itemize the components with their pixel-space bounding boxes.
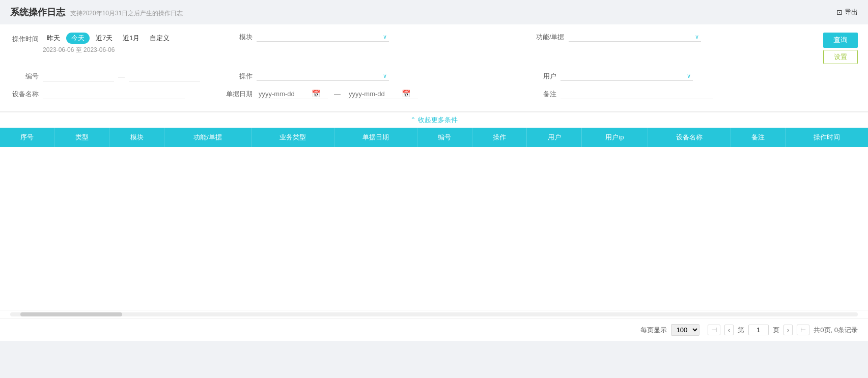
page-subtitle: 支持2020年10月31日之后产生的操作日志: [70, 9, 183, 18]
last-page-button[interactable]: ⊢: [797, 325, 809, 335]
module-label: 模块: [224, 33, 253, 42]
export-label: 导出: [845, 8, 858, 17]
col-docdate: 单据日期: [334, 128, 417, 147]
filter-panel: 操作时间 昨天 今天 近7天 近1月 自定义 2023-06-06 至 2023…: [0, 24, 868, 112]
col-device: 设备名称: [648, 128, 731, 147]
col-userip: 用户ip: [582, 128, 648, 147]
title-area: 系统操作日志 支持2020年10月31日之后产生的操作日志: [10, 6, 183, 18]
page-number-input[interactable]: [748, 325, 769, 335]
collapse-label: 收起更多条件: [418, 116, 458, 124]
action-buttons-group: 查询 设置: [823, 33, 858, 64]
device-input[interactable]: [43, 89, 185, 99]
col-user: 用户: [527, 128, 582, 147]
function-label: 功能/单据: [529, 33, 565, 42]
number-from-input[interactable]: [43, 71, 114, 81]
time-range-display: 2023-06-06 至 2023-06-06: [43, 46, 174, 54]
number-label: 编号: [10, 72, 39, 81]
page-suffix: 页: [773, 326, 779, 335]
col-type: 类型: [54, 128, 109, 147]
time-btn-last7[interactable]: 近7天: [92, 33, 117, 44]
remark-input[interactable]: [561, 89, 713, 99]
time-filter-label: 操作时间: [10, 35, 39, 44]
next-page-button[interactable]: ›: [783, 325, 793, 335]
prev-page-button[interactable]: ‹: [724, 325, 734, 335]
date-to-input[interactable]: [349, 90, 400, 98]
collapse-bar[interactable]: ⌃ 收起更多条件: [0, 112, 868, 128]
scroll-track[interactable]: [10, 312, 858, 316]
col-remark: 备注: [731, 128, 786, 147]
page-label: 第: [738, 326, 744, 335]
function-chevron-icon: ∨: [695, 34, 699, 40]
page-total-label: 共0页, 0条记录: [814, 326, 858, 335]
page-header: 系统操作日志 支持2020年10月31日之后产生的操作日志 ⊡ 导出: [0, 0, 868, 24]
table-header-row: 序号 类型 模块 功能/单据 业务类型 单据日期 编号 操作 用户 用户ip 设…: [0, 128, 868, 147]
operation-select[interactable]: ∨: [257, 72, 389, 81]
operation-chevron-icon: ∨: [383, 73, 387, 79]
time-btn-custom[interactable]: 自定义: [146, 33, 174, 44]
col-function: 功能/单据: [164, 128, 251, 147]
date-from-input[interactable]: [259, 90, 310, 98]
data-table: 序号 类型 模块 功能/单据 业务类型 单据日期 编号 操作 用户 用户ip 设…: [0, 128, 868, 147]
settings-button[interactable]: 设置: [823, 50, 858, 64]
number-to-input[interactable]: [129, 71, 200, 81]
table-container: 序号 类型 模块 功能/单据 业务类型 单据日期 编号 操作 用户 用户ip 设…: [0, 128, 868, 147]
remark-label: 备注: [521, 90, 556, 99]
operation-label: 操作: [224, 72, 253, 81]
col-biztype: 业务类型: [251, 128, 334, 147]
pagination-bar: 每页显示 100 50 200 ⊣ ‹ 第 页 › ⊢ 共0页, 0条记录: [0, 318, 868, 341]
col-number: 编号: [417, 128, 472, 147]
scroll-thumb[interactable]: [20, 312, 122, 316]
empty-area: [0, 147, 868, 310]
date-label: 单据日期: [224, 90, 253, 99]
function-select[interactable]: ∨: [569, 33, 701, 42]
date-from-wrap[interactable]: 📅: [257, 89, 328, 99]
user-label: 用户: [521, 72, 556, 81]
export-button[interactable]: ⊡ 导出: [836, 8, 858, 17]
col-operation: 操作: [472, 128, 527, 147]
page-title: 系统操作日志: [10, 6, 65, 18]
user-chevron-icon: ∨: [687, 73, 691, 79]
module-chevron-icon: ∨: [383, 34, 387, 40]
module-select[interactable]: ∨: [257, 33, 389, 42]
time-btn-last1month[interactable]: 近1月: [119, 33, 144, 44]
number-dash: —: [118, 73, 125, 80]
collapse-icon: ⌃: [410, 116, 416, 124]
export-icon: ⊡: [836, 8, 843, 16]
col-optime: 操作时间: [786, 128, 868, 147]
col-seq: 序号: [0, 128, 54, 147]
col-module: 模块: [109, 128, 164, 147]
per-page-label: 每页显示: [640, 326, 667, 335]
scrollbar-area: [0, 310, 868, 318]
user-select[interactable]: ∨: [561, 72, 693, 81]
calendar-to-icon[interactable]: 📅: [402, 90, 410, 98]
date-to-wrap[interactable]: 📅: [347, 89, 418, 99]
time-btn-yesterday[interactable]: 昨天: [43, 33, 64, 44]
page-size-select[interactable]: 100 50 200: [671, 324, 699, 336]
time-options-group: 昨天 今天 近7天 近1月 自定义 2023-06-06 至 2023-06-0…: [43, 33, 174, 54]
time-btn-today[interactable]: 今天: [66, 33, 90, 44]
calendar-from-icon[interactable]: 📅: [312, 90, 320, 98]
device-label: 设备名称: [10, 90, 39, 99]
query-button[interactable]: 查询: [823, 33, 858, 48]
first-page-button[interactable]: ⊣: [708, 325, 720, 335]
date-dash: —: [334, 90, 341, 98]
